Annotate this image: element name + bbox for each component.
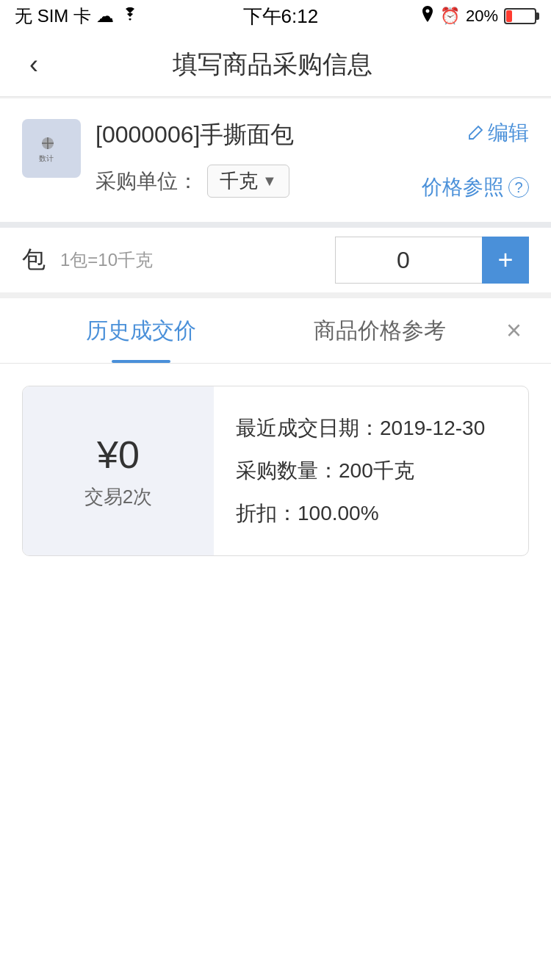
- purchase-qty-value: 200千克: [339, 459, 414, 482]
- back-button[interactable]: ‹: [22, 42, 46, 87]
- product-info: [0000006]手撕面包 采购单位： 千克 ▼: [96, 119, 294, 198]
- history-price: ¥0: [97, 433, 140, 477]
- quantity-plus-button[interactable]: +: [482, 237, 529, 284]
- edit-button[interactable]: 编辑: [467, 119, 529, 147]
- section-divider: [0, 222, 551, 228]
- purchase-qty-label: 采购数量：: [236, 459, 339, 482]
- tab-history-label: 历史成交价: [86, 316, 196, 346]
- tab-history-price[interactable]: 历史成交价: [22, 298, 260, 363]
- page-title: 填写商品采购信息: [60, 48, 485, 82]
- status-time: 下午6:12: [243, 4, 319, 29]
- tabs-header: 历史成交价 商品价格参考 ×: [0, 298, 551, 363]
- card-detail-area: 最近成交日期：2019-12-30 采购数量：200千克 折扣：100.00%: [214, 386, 528, 555]
- edit-label: 编辑: [488, 119, 529, 147]
- discount-value: 100.00%: [298, 502, 379, 525]
- dropdown-arrow-icon: ▼: [262, 173, 277, 190]
- tab-price-ref[interactable]: 商品价格参考: [260, 298, 498, 363]
- wifi-icon: [120, 6, 140, 26]
- tabs-close-button[interactable]: ×: [499, 308, 529, 353]
- svg-text:数计: 数计: [39, 154, 54, 162]
- alarm-icon: ⏰: [440, 7, 460, 26]
- help-icon: ?: [508, 177, 529, 198]
- location-icon: [421, 6, 434, 26]
- quantity-input-wrap: +: [335, 237, 529, 284]
- page-rest: [0, 578, 551, 980]
- purchase-qty-row: 采购数量：200千克: [236, 455, 506, 486]
- product-section: 数计 [0000006]手撕面包 采购单位： 千克 ▼ 编辑 价: [0, 98, 551, 222]
- status-bar: 无 SIM 卡 ☁ 下午6:12 ⏰ 20%: [0, 0, 551, 32]
- tab-price-ref-label: 商品价格参考: [314, 316, 446, 346]
- battery-percent: 20%: [466, 7, 498, 26]
- recent-date-value: 2019-12-30: [380, 417, 485, 439]
- product-left: 数计 [0000006]手撕面包 采购单位： 千克 ▼: [22, 119, 294, 198]
- product-unit-row: 采购单位： 千克 ▼: [96, 165, 294, 198]
- discount-label: 折扣：: [236, 502, 298, 525]
- discount-row: 折扣：100.00%: [236, 498, 506, 529]
- unit-value: 千克: [220, 168, 258, 194]
- product-thumbnail: 数计: [22, 119, 81, 178]
- recent-date-label: 最近成交日期：: [236, 417, 380, 439]
- signal-icon: 无 SIM 卡 ☁: [15, 4, 114, 28]
- card-area: ¥0 交易2次 最近成交日期：2019-12-30 采购数量：200千克 折扣：…: [0, 364, 551, 578]
- battery-icon: [504, 8, 536, 24]
- price-ref-label: 价格参照: [422, 173, 504, 201]
- product-right-col: 编辑 价格参照 ?: [422, 119, 529, 201]
- quantity-sublabel: 1包=10千克: [60, 248, 320, 272]
- card-price-area: ¥0 交易2次: [23, 386, 214, 555]
- nav-bar: ‹ 填写商品采购信息: [0, 32, 551, 97]
- quantity-input[interactable]: [335, 237, 482, 284]
- unit-label: 采购单位：: [96, 167, 198, 195]
- price-ref-button[interactable]: 价格参照 ?: [422, 173, 529, 201]
- quantity-row: 包 1包=10千克 +: [0, 228, 551, 292]
- unit-selector[interactable]: 千克 ▼: [207, 165, 289, 198]
- tabs-section: 历史成交价 商品价格参考 ×: [0, 298, 551, 364]
- status-right: ⏰ 20%: [421, 6, 536, 26]
- recent-date-row: 最近成交日期：2019-12-30: [236, 413, 506, 444]
- history-count: 交易2次: [84, 484, 152, 510]
- product-name: [0000006]手撕面包: [96, 119, 294, 151]
- status-left: 无 SIM 卡 ☁: [15, 4, 140, 28]
- quantity-unit-label: 包: [22, 244, 46, 276]
- history-card: ¥0 交易2次 最近成交日期：2019-12-30 采购数量：200千克 折扣：…: [22, 386, 529, 556]
